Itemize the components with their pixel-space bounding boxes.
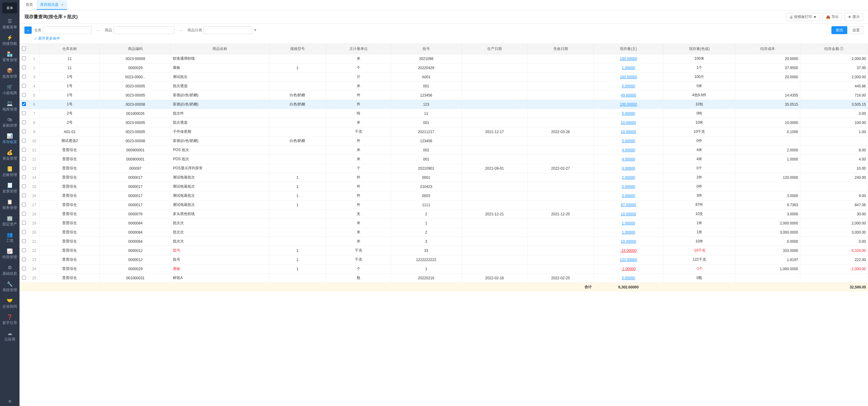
row-checkbox-cell[interactable] [20,91,29,100]
row-stock-main[interactable]: 10.00000 [594,209,663,219]
sidebar-item-mini-shop[interactable]: 🛒 小超电商 [0,81,20,98]
row-stock-main[interactable]: 87.00000 [594,200,663,209]
row-checkbox-cell[interactable] [20,81,29,91]
tab-close-icon[interactable]: ✕ [61,3,63,6]
row-checkbox-cell[interactable] [20,164,29,173]
row-checkbox[interactable] [22,239,26,243]
row-checkbox[interactable] [22,75,26,78]
row-checkbox-cell[interactable] [20,191,29,200]
row-stock-main[interactable]: 10.00000 [594,237,663,246]
table-area[interactable]: 仓库名称 商品编码 商品名称 规格型号 主计量单位 批号 生产日期 失效日期 现… [20,44,868,406]
sidebar-item-retail[interactable]: 🏪 零售管理 [0,49,20,65]
row-checkbox-cell[interactable] [20,145,29,155]
row-checkbox-cell[interactable] [20,219,29,228]
row-stock-main[interactable]: 2.00000 [594,173,663,182]
row-checkbox[interactable] [22,66,26,69]
sidebar-item-cooperation[interactable]: 🤝 企业协同 [0,295,20,312]
sidebar-item-invoice[interactable]: 🧾 发票管理 [0,180,20,197]
row-stock-main[interactable]: 10.00000 [594,127,663,136]
sidebar-item-business[interactable]: 📈 经营管理 [0,246,20,262]
sidebar-item-wholesale[interactable]: 📦 批发管理 [0,65,20,81]
row-checkbox[interactable] [22,84,26,88]
sidebar-item-ecommerce[interactable]: 💻 电商管理 [0,98,20,114]
sidebar-item-cloud[interactable]: ☁ 云应用 [0,328,20,344]
row-checkbox[interactable] [22,203,26,206]
row-checkbox[interactable] [22,139,26,142]
row-checkbox-cell[interactable] [20,228,29,237]
warehouse-input[interactable] [43,26,91,34]
row-checkbox[interactable] [22,130,26,133]
sidebar-item-tax[interactable]: 📋 税务管理 [0,197,20,213]
row-checkbox[interactable] [22,93,26,97]
sidebar-item-collapse[interactable]: ☰ 搜索菜单 [0,16,20,32]
select-all-checkbox[interactable] [22,46,26,50]
search-button[interactable]: 查找 [831,26,847,34]
row-checkbox-cell[interactable] [20,100,29,109]
sidebar-item-quick-nav[interactable]: ⚡ 快捷导航 [0,32,20,49]
row-stock-main[interactable]: 0.00000 [594,109,663,118]
product-input[interactable] [114,26,175,34]
row-stock-main[interactable]: 0.00000 [594,182,663,191]
row-checkbox-cell[interactable] [20,173,29,182]
sidebar-item-guide[interactable]: ❓ 新手引导 [0,312,20,328]
row-checkbox[interactable] [22,148,26,152]
row-stock-main[interactable]: 4.00000 [594,145,663,155]
row-checkbox-cell[interactable] [20,200,29,209]
row-stock-main[interactable]: 1.00000 [594,63,663,72]
row-checkbox[interactable] [22,194,26,197]
row-checkbox-cell[interactable] [20,109,29,118]
row-stock-main[interactable]: 3.00000 [594,191,663,200]
row-checkbox-cell[interactable] [20,182,29,191]
row-checkbox[interactable] [22,267,26,270]
row-stock-main[interactable]: 1.00000 [594,219,663,228]
row-stock-main[interactable]: 4.00000 [594,155,663,164]
row-checkbox-cell[interactable] [20,54,29,63]
row-stock-main[interactable]: -1.00000 [594,264,663,273]
row-checkbox[interactable] [22,102,26,106]
th-checkbox[interactable] [20,44,29,54]
tab-home[interactable]: 首页 [22,0,37,10]
row-checkbox[interactable] [22,230,26,234]
row-checkbox[interactable] [22,166,26,170]
row-checkbox-cell[interactable] [20,255,29,264]
category-input[interactable] [204,26,252,34]
sidebar-item-finance[interactable]: 💰 资金管理 [0,147,20,164]
row-stock-main[interactable]: 0.00000 [594,164,663,173]
toggle-button[interactable]: 👁 显示 [844,13,863,21]
setting-button[interactable]: 设置 [849,26,863,34]
row-checkbox-cell[interactable] [20,209,29,219]
row-stock-main[interactable]: -16.00000 [594,246,663,255]
row-checkbox-cell[interactable] [20,63,29,72]
row-checkbox-cell[interactable] [20,237,29,246]
row-checkbox[interactable] [22,120,26,124]
row-checkbox[interactable] [22,257,26,261]
row-stock-main[interactable]: 100.00000 [594,100,663,109]
sidebar-settings-btn[interactable]: ⚙ [0,397,20,406]
export-button[interactable]: 📤 导出 [823,13,842,21]
row-stock-main[interactable]: 10.00000 [594,118,663,127]
row-checkbox[interactable] [22,157,26,161]
sidebar-item-hr[interactable]: 👥 工资 [0,229,20,246]
row-stock-main[interactable]: 122.00000 [594,255,663,264]
row-checkbox-cell[interactable] [20,127,29,136]
row-stock-main[interactable]: 49.60000 [594,91,663,100]
sidebar-item-accounting[interactable]: 📒 总账管理 [0,164,20,180]
row-checkbox-cell[interactable] [20,246,29,255]
row-checkbox-cell[interactable] [20,118,29,127]
row-checkbox[interactable] [22,184,26,188]
expand-conditions-btn[interactable]: ✓ 展开更多条件 [34,36,60,41]
row-checkbox[interactable] [22,56,26,60]
row-stock-main[interactable]: 0.00000 [594,136,663,145]
sidebar-item-basic[interactable]: ⚙ 基础信息 [0,262,20,279]
print-button[interactable]: 🖨 按模板打印 ▼ [786,13,820,21]
row-stock-main[interactable]: 100.00000 [594,72,663,81]
sidebar-item-inventory[interactable]: 📊 库存核算 [0,131,20,147]
sidebar-item-purchase[interactable]: 🛍 采购管理 [0,114,20,131]
row-checkbox-cell[interactable] [20,273,29,283]
row-stock-main[interactable]: 1.00000 [594,228,663,237]
row-checkbox[interactable] [22,111,26,115]
row-checkbox-cell[interactable] [20,136,29,145]
row-checkbox-cell[interactable] [20,72,29,81]
row-stock-main[interactable]: 100.00000 [594,54,663,63]
row-stock-main[interactable]: 0.00000 [594,81,663,91]
